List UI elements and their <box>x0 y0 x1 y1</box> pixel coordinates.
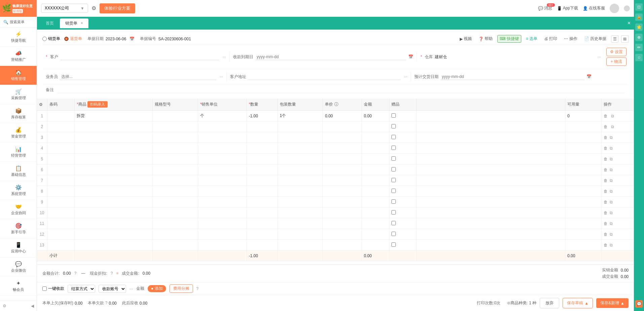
tab-home[interactable]: 首页 <box>40 18 59 28</box>
user-avatar[interactable] <box>610 4 619 13</box>
row-amount-2[interactable] <box>362 121 389 132</box>
delete-icon-5[interactable]: 🗑 <box>604 157 608 161</box>
due-date-input[interactable] <box>255 54 406 60</box>
row-unit-2[interactable] <box>198 121 247 132</box>
shortcut-key-btn[interactable]: ⌨ 快捷键 <box>497 35 521 43</box>
address-more-icon[interactable]: ··· <box>404 74 407 79</box>
history-btn[interactable]: 📄 历史单据 <box>582 35 608 42</box>
one-click-pay-checkbox[interactable]: 一键收款 <box>42 286 64 291</box>
sidebar-item-inventory[interactable]: 📦 库存核算 <box>0 104 37 123</box>
sidebar-item-appstore[interactable]: 📱 应用中心 <box>0 238 37 258</box>
add-button[interactable]: ● 添加 <box>148 285 166 292</box>
select-btn[interactable]: ≡ 选单 <box>524 35 539 42</box>
row-unit-price-2[interactable] <box>323 121 362 132</box>
sidebar-collapse-icon[interactable]: ◀ <box>31 304 34 308</box>
settings-side-btn[interactable]: ⚙ 设置 <box>606 48 627 56</box>
address-input[interactable] <box>248 74 401 80</box>
app-download-btn[interactable]: 📱 App下载 <box>557 5 578 11</box>
right-panel-btn-1[interactable]: ⊡ <box>635 3 643 11</box>
copy-icon-3[interactable]: ⧉ <box>610 135 613 140</box>
copy-icon-4[interactable]: ⧉ <box>610 146 613 151</box>
help-question-icon2[interactable]: ? <box>111 271 113 276</box>
right-panel-btn-2[interactable]: 🔒 <box>635 13 643 21</box>
sidebar-item-system[interactable]: ⚙️ 系统管理 <box>0 181 37 200</box>
customer-more-icon[interactable]: ··· <box>223 54 226 59</box>
row-product-1[interactable]: 拆货 <box>75 111 153 121</box>
print-btn[interactable]: 🖨 打印 <box>542 35 559 42</box>
gift-checkbox-1[interactable] <box>391 113 396 118</box>
sidebar-search[interactable]: 🔍 搜索菜单 <box>0 17 37 28</box>
video-btn[interactable]: ▶ 视频 <box>458 35 474 42</box>
message-btn[interactable]: 💬 消息 99+ <box>538 5 552 11</box>
sidebar-item-shortcut[interactable]: ⚡ 快捷导航 <box>0 28 37 47</box>
delete-icon-1[interactable]: 🗑 <box>604 114 608 118</box>
sidebar-item-guide[interactable]: 🎯 新手引导 <box>0 219 37 238</box>
right-panel-btn-6[interactable]: ☆ <box>635 54 643 61</box>
payment-method-select[interactable]: 结算方式 <box>68 285 95 293</box>
close-all-button[interactable]: × <box>628 20 631 26</box>
right-panel-btn-4[interactable]: ⊕ <box>635 34 643 41</box>
account-more-icon[interactable]: ··· <box>129 286 133 291</box>
gift-checkbox-2[interactable] <box>391 124 396 128</box>
scan-button[interactable]: 扫码录入 <box>87 101 108 108</box>
customer-input[interactable] <box>60 54 220 60</box>
layout-list-icon[interactable]: ☰ <box>611 35 618 43</box>
help-question-icon[interactable]: ? <box>74 271 77 276</box>
gift-checkbox-3[interactable] <box>391 135 396 139</box>
sidebar-item-sales[interactable]: 🏠 销售管理 <box>0 66 37 85</box>
right-panel-btn-3[interactable]: ⭐ <box>635 24 643 31</box>
copy-icon-5[interactable]: ⧉ <box>610 157 613 161</box>
th-settings[interactable]: ⚙ <box>37 99 47 111</box>
actions-btn[interactable]: ⋯ 操作 <box>562 35 579 42</box>
abandon-button[interactable]: 放弃 <box>540 298 559 308</box>
salesman-input[interactable] <box>60 74 216 80</box>
row-pkg-qty-1[interactable]: 1个 <box>277 111 323 121</box>
row-unit-1[interactable]: 个 <box>198 111 247 121</box>
arrears-help-icon[interactable]: ? <box>105 301 108 305</box>
row-amount-1[interactable]: 0.00 <box>362 111 389 121</box>
sidebar-item-marketing[interactable]: 📣 营销推广 <box>0 47 37 66</box>
row-gift-2[interactable] <box>389 121 417 132</box>
expected-date-input[interactable] <box>441 74 584 80</box>
row-barcode-2[interactable] <box>47 121 75 132</box>
delete-icon-4[interactable]: 🗑 <box>604 146 608 151</box>
logistics-side-btn[interactable]: + 物流 <box>606 57 627 66</box>
tab-sales-order[interactable]: 销货单 × <box>60 18 88 28</box>
row-product-2[interactable] <box>75 121 153 132</box>
expected-date-calendar-icon[interactable]: 📅 <box>586 74 592 79</box>
sidebar-item-finance[interactable]: 💰 资金管理 <box>0 123 37 143</box>
topbar-settings-icon[interactable]: ⚙ <box>91 5 96 11</box>
right-panel-btn-7[interactable]: 💬 <box>635 300 643 308</box>
copy-icon-2[interactable]: ⧉ <box>611 124 614 129</box>
remark-input[interactable] <box>57 87 625 93</box>
row-barcode-1[interactable] <box>47 111 75 121</box>
expense-button[interactable]: 费用分摊 <box>169 284 193 293</box>
due-date-calendar-icon[interactable]: 📅 <box>408 54 413 59</box>
warehouse-more-icon[interactable]: ··· <box>598 54 601 59</box>
calendar-icon[interactable]: 📅 <box>129 37 135 41</box>
row-spec-2[interactable] <box>153 121 198 132</box>
row-quantity-1[interactable]: -1.00 <box>247 111 277 121</box>
radio-sales-input[interactable] <box>42 37 47 41</box>
sidebar-item-member[interactable]: ✦ 畅会员 <box>0 277 37 296</box>
radio-return-order[interactable]: 退货单 <box>64 36 82 42</box>
save-draft-button[interactable]: 保存草稿 ▲ <box>563 298 593 308</box>
online-service-btn[interactable]: 👤 在线客服 <box>583 5 605 11</box>
sidebar-item-purchase[interactable]: 🛒 采购管理 <box>0 85 37 104</box>
delete-icon-2[interactable]: 🗑 <box>604 124 608 129</box>
company-selector[interactable]: XXXXXX公司 ▼ <box>41 4 88 13</box>
sidebar-item-operation[interactable]: 📊 经营管理 <box>0 143 37 162</box>
row-quantity-2[interactable] <box>247 121 277 132</box>
expense-help-icon[interactable]: ? <box>196 286 199 291</box>
radio-return-input[interactable] <box>64 37 69 41</box>
gift-checkbox-4[interactable] <box>391 146 396 150</box>
user-avatar2[interactable] <box>624 5 630 11</box>
save-new-button[interactable]: 保存&新增 ▲ <box>596 298 629 308</box>
row-pkg-qty-2[interactable] <box>277 121 323 132</box>
layout-grid-icon[interactable]: ⊞ <box>621 35 629 43</box>
row-spec-1[interactable] <box>153 111 198 121</box>
row-unit-price-1[interactable]: 0.00 <box>323 111 362 121</box>
one-click-pay-input[interactable] <box>42 286 47 291</box>
delete-icon-3[interactable]: 🗑 <box>604 135 608 140</box>
copy-icon-1[interactable]: ⧉ <box>611 114 614 118</box>
